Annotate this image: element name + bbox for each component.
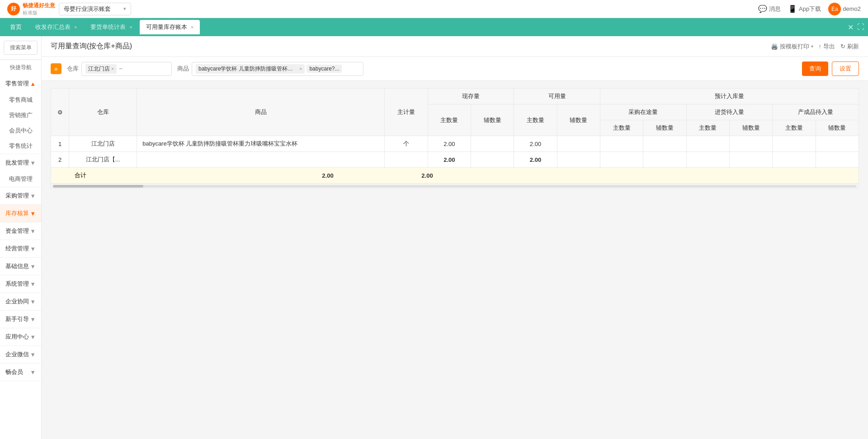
main-layout: 搜索菜单 快捷导航 零售管理 ▲ 零售商城 营销推广 会员中心 零售统计 批发管… bbox=[0, 36, 868, 439]
cell-am-1: 2.00 bbox=[514, 136, 557, 152]
sidebar-group-wholesale-title[interactable]: 批发管理 ▼ bbox=[0, 154, 41, 171]
product-filter: 商品 babycare学饮杯 儿童防摔防撞吸管杯重力球吸嘴杯宝宝水杯 × bab… bbox=[177, 62, 363, 76]
warehouse-more[interactable]: ··· bbox=[118, 65, 122, 73]
warehouse-filter: 仓库 江北门店 × ··· bbox=[67, 62, 172, 76]
logo-icon: 好 bbox=[7, 3, 20, 15]
cell-product-1: babycare学饮杯 儿童防摔防撞吸管杯重力球吸嘴杯宝宝水杯 bbox=[137, 136, 385, 152]
cell-ptm-2 bbox=[600, 152, 643, 168]
refresh-button[interactable]: ↻ 刷新 bbox=[840, 42, 859, 51]
sidebar-group-finance-title[interactable]: 资金管理 ▼ bbox=[0, 222, 41, 240]
top-bar: 好 畅捷通好生意 标准版 母婴行业演示账套 💬 消息 📱 App下载 Ea de… bbox=[0, 0, 868, 18]
export-button[interactable]: ↑ 导出 bbox=[819, 42, 835, 51]
sidebar-group-operations-title[interactable]: 经营管理 ▼ bbox=[0, 240, 41, 257]
th-inc-aux: 辅数量 bbox=[729, 120, 772, 136]
sidebar: 搜索菜单 快捷导航 零售管理 ▲ 零售商城 营销推广 会员中心 零售统计 批发管… bbox=[0, 36, 42, 439]
cell-am-2: 2.00 bbox=[514, 152, 557, 168]
column-settings-icon[interactable]: ⚙ bbox=[57, 109, 63, 116]
page-header: 可用量查询(按仓库+商品) 🖨️ 按模板打印 ↑ 导出 ↻ 刷新 bbox=[42, 36, 868, 57]
cell-inca-1 bbox=[729, 136, 772, 152]
export-icon: ↑ bbox=[819, 43, 822, 50]
member-expand-icon: ▼ bbox=[30, 369, 36, 376]
sidebar-item-members[interactable]: 会员中心 bbox=[0, 123, 41, 138]
top-bar-right: 💬 消息 📱 App下载 Ea demo2 bbox=[758, 3, 861, 15]
product-label: 商品 bbox=[177, 65, 189, 73]
product-input[interactable]: babycare学饮杯 儿童防摔防撞吸管杯重力球吸嘴杯宝宝水杯 × babyca… bbox=[192, 62, 363, 76]
product-tag-2: babycare?... bbox=[307, 65, 342, 73]
cell-pta-2 bbox=[643, 152, 686, 168]
cell-proda-1 bbox=[816, 136, 859, 152]
cell-ca-2 bbox=[471, 152, 514, 168]
print-chevron bbox=[811, 44, 813, 49]
query-button[interactable]: 查询 bbox=[802, 61, 828, 76]
warehouse-tag-1: 江北门店 × bbox=[85, 64, 117, 74]
sidebar-group-newbie-title[interactable]: 新手引导 ▼ bbox=[0, 311, 41, 328]
user-area[interactable]: Ea demo2 bbox=[828, 3, 861, 15]
cell-incm-1 bbox=[686, 136, 729, 152]
sidebar-item-ecommerce[interactable]: 电商管理 bbox=[0, 171, 41, 187]
store-selector[interactable]: 母婴行业演示账套 bbox=[59, 3, 131, 15]
logo-area: 好 畅捷通好生意 标准版 bbox=[7, 2, 55, 16]
th-current-main: 主数量 bbox=[428, 104, 471, 136]
sidebar-group-appcenter: 应用中心 ▼ bbox=[0, 328, 41, 346]
table-row: 2 江北门店【... 2.00 2.00 bbox=[51, 152, 859, 168]
sidebar-group-appcenter-title[interactable]: 应用中心 ▼ bbox=[0, 328, 41, 345]
print-button[interactable]: 🖨️ 按模板打印 bbox=[771, 42, 813, 51]
finance-expand-icon: ▼ bbox=[30, 228, 36, 235]
th-available: 可用量 bbox=[514, 89, 600, 104]
sidebar-group-inventory-title[interactable]: 库存核算 ▼ bbox=[0, 205, 41, 222]
message-button[interactable]: 💬 消息 bbox=[758, 5, 781, 13]
th-current-aux: 辅数量 bbox=[471, 104, 514, 136]
tab-home[interactable]: 首页 bbox=[4, 20, 28, 34]
app-download-button[interactable]: 📱 App下载 bbox=[788, 5, 821, 13]
cell-product-2 bbox=[137, 152, 385, 168]
sidebar-group-member-title[interactable]: 畅会员 ▼ bbox=[0, 363, 41, 381]
tab-available[interactable]: 可用量库存账本 × bbox=[140, 20, 200, 34]
sidebar-group-system: 系统管理 ▼ bbox=[0, 275, 41, 293]
th-avail-main: 主数量 bbox=[514, 104, 557, 136]
sidebar-group-finance: 资金管理 ▼ bbox=[0, 222, 41, 240]
page-actions: 🖨️ 按模板打印 ↑ 导出 ↻ 刷新 bbox=[771, 42, 859, 51]
product-tag-1-close[interactable]: × bbox=[299, 66, 302, 71]
tab-receive[interactable]: 收发存汇总表 × bbox=[29, 20, 83, 34]
scroll-bar[interactable] bbox=[51, 184, 859, 189]
scroll-thumb[interactable] bbox=[53, 185, 143, 188]
sidebar-group-collab-title[interactable]: 企业协同 ▼ bbox=[0, 293, 41, 310]
filter-actions: 查询 设置 bbox=[802, 61, 859, 76]
sidebar-item-retail-stats[interactable]: 零售统计 bbox=[0, 138, 41, 154]
logo-text: 畅捷通好生意 标准版 bbox=[23, 2, 55, 16]
sidebar-group-basic: 基础信息 ▼ bbox=[0, 258, 41, 275]
sidebar-group-wholesale: 批发管理 ▼ 电商管理 bbox=[0, 154, 41, 187]
warehouse-input[interactable]: 江北门店 × ··· bbox=[81, 62, 172, 76]
tab-order-stats[interactable]: 要货单统计表 × bbox=[84, 20, 138, 34]
tab-expand[interactable]: ⛶ bbox=[857, 23, 864, 32]
scroll-track bbox=[53, 185, 857, 188]
settings-button[interactable]: 设置 bbox=[832, 61, 859, 76]
sidebar-group-retail-title[interactable]: 零售管理 ▲ bbox=[0, 75, 41, 92]
cell-prodm-1 bbox=[773, 136, 816, 152]
th-purchase-transit: 采购在途量 bbox=[600, 104, 686, 120]
th-incoming: 进货待入量 bbox=[686, 104, 773, 120]
th-settings: ⚙ bbox=[51, 89, 69, 136]
quick-nav-button[interactable]: 快捷导航 bbox=[0, 60, 41, 75]
sidebar-item-marketing[interactable]: 营销推广 bbox=[0, 108, 41, 123]
collab-expand-icon: ▼ bbox=[30, 298, 36, 305]
sidebar-group-purchase: 采购管理 ▼ bbox=[0, 187, 41, 205]
warehouse-tag-close[interactable]: × bbox=[111, 66, 114, 71]
sidebar-group-basic-title[interactable]: 基础信息 ▼ bbox=[0, 258, 41, 275]
sidebar-group-operations: 经营管理 ▼ bbox=[0, 240, 41, 258]
th-inc-main: 主数量 bbox=[686, 120, 729, 136]
sidebar-item-retail-mall[interactable]: 零售商城 bbox=[0, 92, 41, 108]
filter-expand-button[interactable]: » bbox=[51, 63, 61, 74]
sidebar-group-purchase-title[interactable]: 采购管理 ▼ bbox=[0, 187, 41, 204]
summary-current-main: 2.00 bbox=[301, 172, 355, 179]
search-menu-button[interactable]: 搜索菜单 bbox=[4, 41, 38, 55]
tab-order-stats-close[interactable]: × bbox=[129, 24, 132, 30]
sidebar-group-system-title[interactable]: 系统管理 ▼ bbox=[0, 275, 41, 293]
tab-close-all[interactable]: ✕ bbox=[848, 23, 854, 32]
sidebar-group-wechat-title[interactable]: 企业微信 ▼ bbox=[0, 346, 41, 363]
tab-receive-close[interactable]: × bbox=[74, 24, 77, 30]
cell-unit-1: 个 bbox=[385, 136, 428, 152]
sidebar-group-collab: 企业协同 ▼ bbox=[0, 293, 41, 311]
filter-bar: » 仓库 江北门店 × ··· 商品 babycare学饮杯 儿童防摔防撞吸管杯… bbox=[42, 57, 868, 81]
tab-available-close[interactable]: × bbox=[191, 24, 193, 30]
